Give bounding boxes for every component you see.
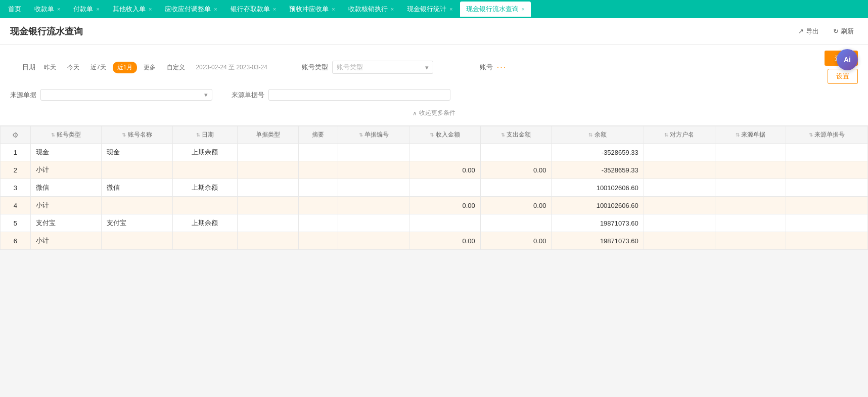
filter-area: 日期 昨天 今天 近7天 近1月 更多 自定义 2023-02-24 至 202… — [0, 45, 868, 126]
col-income[interactable]: ⇅ 收入金额 — [409, 126, 481, 144]
chevron-up-icon: ∧ — [413, 110, 417, 117]
date-btn-today[interactable]: 今天 — [63, 62, 84, 73]
date-btn-custom[interactable]: 自定义 — [162, 62, 190, 73]
sort-icon: ⇅ — [588, 132, 592, 138]
account-type-select[interactable]: 账号类型 ▾ — [332, 61, 433, 74]
account-type-label: 账号类型 — [302, 63, 328, 72]
col-expense[interactable]: ⇅ 支出金额 — [480, 126, 552, 144]
col-counterparty[interactable]: ⇅ 对方户名 — [644, 126, 715, 144]
col-summary: 摘要 — [298, 126, 338, 144]
date-buttons: 昨天 今天 近7天 近1月 更多 自定义 — [39, 62, 190, 73]
table-row: 3微信微信上期余额100102606.60 — [1, 179, 868, 197]
header-actions: ↗ 导出 ↻ 刷新 — [794, 25, 858, 38]
close-icon[interactable]: × — [214, 6, 217, 12]
account-more-icon[interactable]: ··· — [497, 63, 507, 72]
close-icon[interactable]: × — [273, 6, 276, 12]
page-title: 现金银行流水查询 — [10, 25, 83, 37]
date-btn-yesterday[interactable]: 昨天 — [39, 62, 61, 73]
table-row: 1现金现金上期余额-3528659.33 — [1, 144, 868, 161]
nav-tab-xianjinyinhang-query[interactable]: 现金银行流水查询 × — [460, 2, 531, 17]
sort-icon: ⇅ — [809, 132, 813, 138]
export-button[interactable]: ↗ 导出 — [794, 25, 823, 38]
col-gear[interactable]: ⚙ — [1, 126, 31, 144]
filter-row-source: 来源单据 ▾ 来源单据号 — [10, 89, 858, 101]
nav-tab-yushou[interactable]: 预收冲应收单 × — [283, 2, 341, 17]
source-voucher-label: 来源单据 — [10, 91, 36, 100]
date-btn-7days[interactable]: 近7天 — [86, 62, 111, 73]
settings-button[interactable]: 设置 — [828, 69, 858, 84]
date-label: 日期 — [10, 63, 35, 72]
date-btn-1month[interactable]: 近1月 — [113, 62, 138, 73]
sort-icon: ⇅ — [501, 132, 505, 138]
sort-icon: ⇅ — [196, 132, 200, 138]
close-icon[interactable]: × — [449, 6, 452, 12]
col-source-voucher-no[interactable]: ⇅ 来源单据号 — [786, 126, 868, 144]
filter-row-date: 日期 昨天 今天 近7天 近1月 更多 自定义 2023-02-24 至 202… — [10, 51, 858, 84]
table-row: 6小计0.000.0019871073.60 — [1, 232, 868, 250]
col-balance[interactable]: ⇅ 余额 — [552, 126, 644, 144]
ai-assistant-button[interactable]: Ai — [837, 49, 858, 70]
nav-tab-shoukuanhexiao[interactable]: 收款核销执行 × — [342, 2, 400, 17]
table-row: 4小计0.000.00100102606.60 — [1, 197, 868, 214]
sort-icon: ⇅ — [430, 132, 434, 138]
date-btn-more[interactable]: 更多 — [139, 62, 160, 73]
page-header: 现金银行流水查询 ↗ 导出 ↻ 刷新 — [0, 18, 868, 45]
close-icon[interactable]: × — [96, 6, 99, 12]
source-voucher-no-label: 来源单据号 — [232, 91, 264, 100]
refresh-button[interactable]: ↻ 刷新 — [829, 25, 858, 38]
sort-icon: ⇅ — [664, 132, 668, 138]
col-account-name[interactable]: ⇅ 账号名称 — [102, 126, 173, 144]
account-label: 账号 — [468, 63, 493, 72]
refresh-icon: ↻ — [833, 27, 839, 35]
sort-icon: ⇅ — [122, 132, 126, 138]
top-navigation: 首页 收款单 × 付款单 × 其他收入单 × 应收应付调整单 × 银行存取款单 … — [0, 0, 868, 18]
col-date[interactable]: ⇅ 日期 — [172, 126, 237, 144]
nav-tab-yinhangcunqu[interactable]: 银行存取款单 × — [224, 2, 282, 17]
collapse-bar[interactable]: ∧ 收起更多条件 — [10, 106, 858, 119]
sort-icon: ⇅ — [736, 132, 740, 138]
nav-tab-xianjinyinhang-stat[interactable]: 现金银行统计 × — [401, 2, 459, 17]
close-icon[interactable]: × — [149, 6, 152, 12]
close-icon[interactable]: × — [391, 6, 394, 12]
col-voucher-no[interactable]: ⇅ 单据编号 — [338, 126, 409, 144]
nav-tab-qitashouru[interactable]: 其他收入单 × — [107, 2, 158, 17]
table-row: 2小计0.000.00-3528659.33 — [1, 161, 868, 179]
table-container: ⚙ ⇅ 账号类型 ⇅ 账号名称 ⇅ 日期 单据类型 摘要 — [0, 126, 868, 250]
date-range-display: 2023-02-24 至 2023-03-24 — [196, 63, 267, 72]
source-voucher-no-input[interactable] — [268, 89, 450, 101]
col-voucher-type: 单据类型 — [237, 126, 298, 144]
sort-icon: ⇅ — [359, 132, 363, 138]
col-source-voucher[interactable]: ⇅ 来源单据 — [715, 126, 786, 144]
close-icon[interactable]: × — [57, 6, 60, 12]
nav-tab-yingshouyingfu[interactable]: 应收应付调整单 × — [159, 2, 223, 17]
nav-home[interactable]: 首页 — [2, 2, 27, 17]
chevron-down-icon: ▾ — [204, 91, 208, 99]
col-account-type[interactable]: ⇅ 账号类型 — [30, 126, 102, 144]
data-table: ⚙ ⇅ 账号类型 ⇅ 账号名称 ⇅ 日期 单据类型 摘要 — [0, 126, 868, 250]
nav-tab-shoukuandan[interactable]: 收款单 × — [28, 2, 66, 17]
export-icon: ↗ — [798, 27, 804, 35]
close-icon[interactable]: × — [332, 6, 335, 12]
chevron-down-icon: ▾ — [425, 64, 429, 71]
close-icon[interactable]: × — [522, 6, 525, 12]
table-row: 5支付宝支付宝上期余额19871073.60 — [1, 214, 868, 232]
sort-icon: ⇅ — [51, 132, 55, 138]
nav-tab-fukuandan[interactable]: 付款单 × — [67, 2, 105, 17]
source-voucher-select[interactable]: ▾ — [40, 89, 212, 101]
gear-icon[interactable]: ⚙ — [12, 131, 19, 139]
